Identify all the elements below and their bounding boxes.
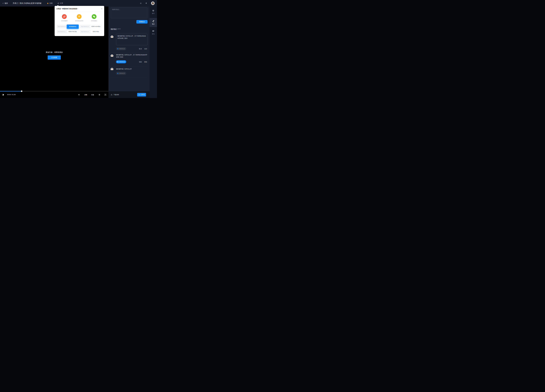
- timestamp: 00:04:15: [119, 48, 125, 49]
- note-input[interactable]: 我要写笔记...: [111, 7, 147, 18]
- back-button[interactable]: 返回: [2, 0, 8, 6]
- course-player-app: 播放失败，请重新播放 点击刷新 00:00 / 01:36 清晰 倍速: [0, 0, 157, 98]
- play-icon: [118, 61, 118, 62]
- weibo-label: 分享至微博: [58, 20, 71, 22]
- copy-js-url-button[interactable]: 复制JS地址: [90, 30, 101, 33]
- note-avatar: [111, 36, 113, 38]
- share-to-weibo[interactable]: 分享至微博: [58, 14, 71, 22]
- gear-icon: [98, 94, 100, 96]
- copy-video-url-button[interactable]: 复制视频地址: [67, 24, 79, 29]
- note-timestamp-chip[interactable]: 00:04:15: [116, 72, 126, 75]
- notifications-button[interactable]: [145, 0, 147, 6]
- finished-label: 已学完: [141, 94, 145, 96]
- flash-url-input[interactable]: http://laohei.yu: [80, 25, 90, 28]
- note-timestamp-chip[interactable]: 00:04:15: [116, 47, 126, 50]
- html-url-input[interactable]: http://laohei.yu: [57, 30, 67, 33]
- check-circle-icon: [138, 94, 140, 96]
- note-text: 随到随学高三化学怎么学: [116, 68, 148, 70]
- video-url-input[interactable]: http://laohei.yu: [57, 25, 67, 28]
- download-materials-button[interactable]: 下载资料: [111, 91, 119, 98]
- timestamp: 00:04:15: [119, 61, 125, 63]
- back-label: 返回: [5, 2, 8, 4]
- download-icon: [111, 94, 112, 96]
- note-avatar: [111, 68, 113, 71]
- play-icon: [3, 94, 4, 96]
- download-label: 下载资料: [113, 94, 119, 96]
- qzone-label: 分享至QQ空间: [73, 20, 86, 22]
- note-avatar: [111, 54, 113, 57]
- fullscreen-button[interactable]: [104, 94, 107, 96]
- tab-label: 笔记: [152, 23, 155, 25]
- sun-icon: [140, 2, 142, 4]
- my-notes-title: 我的笔记: [111, 28, 117, 30]
- timestamp: 00:04:15: [119, 73, 125, 74]
- submit-note-button[interactable]: 我要提交: [136, 20, 148, 24]
- fullscreen-icon: [104, 94, 106, 96]
- playback-error-text: 播放失败，请重新播放: [0, 51, 108, 54]
- chapters-icon: [152, 9, 155, 12]
- tab-comments[interactable]: 评论: [149, 28, 157, 37]
- delete-note-button[interactable]: 删除: [144, 61, 147, 63]
- back-chevron-icon: [2, 3, 4, 4]
- close-icon: [101, 8, 103, 10]
- share-to-qzone[interactable]: 分享至QQ空间: [73, 14, 86, 22]
- copy-html-url-button[interactable]: 复制HTML地址: [67, 30, 78, 33]
- flash-url-row: http://laohei.yu 复制FLASH地址: [80, 25, 102, 28]
- settings-button[interactable]: [98, 94, 101, 96]
- share-to-wechat[interactable]: 分享至微信: [87, 14, 101, 22]
- avatar-image: [151, 1, 155, 5]
- user-avatar[interactable]: [151, 1, 155, 5]
- tab-label: 评论: [152, 33, 155, 35]
- time-display: 00:00 / 01:36: [7, 94, 16, 95]
- js-url-input[interactable]: http://laohei.yu: [80, 30, 90, 33]
- play-icon: [118, 48, 118, 49]
- current-time: 00:00: [7, 94, 11, 95]
- notes-icon: [152, 20, 155, 22]
- share-modal: 分享是一种既简单又快乐的收获！ 分享至微博 分享至: [55, 6, 104, 36]
- tab-notes[interactable]: 笔记: [149, 18, 157, 27]
- divider: [111, 77, 147, 78]
- qzone-icon: [77, 14, 81, 19]
- progress-knob[interactable]: [21, 90, 22, 92]
- wechat-icon: [92, 14, 96, 19]
- video-url-row: http://laohei.yu 复制视频地址: [57, 25, 78, 28]
- speed-button[interactable]: 倍速: [91, 94, 95, 96]
- favorite-button[interactable]: 收藏: [47, 0, 53, 6]
- notes-panel: 我要写笔记... 最多可输入140字 我要提交 我的笔记 随到随学高三化学怎么学…: [108, 6, 149, 98]
- star-icon: [47, 2, 49, 4]
- note-edit-textarea[interactable]: 随到随学高三化学怎么学，艾丁老师告诉你如何学好高三英语: [116, 34, 148, 45]
- tab-chapters[interactable]: 章节: [149, 7, 157, 16]
- share-modal-title: 分享是一种既简单又快乐的收获！: [55, 6, 104, 12]
- save-button[interactable]: 保存: [144, 48, 147, 50]
- volume-button[interactable]: [78, 94, 80, 96]
- weibo-icon: [62, 14, 67, 19]
- tab-label: 章节: [152, 13, 155, 14]
- top-bar: 返回 升高三丨陌生方程氧化还原专项突破 收藏 分享: [0, 0, 157, 6]
- volume-icon: [78, 94, 80, 96]
- close-button[interactable]: [101, 8, 103, 10]
- copy-flash-url-button[interactable]: 复制FLASH地址: [90, 25, 101, 28]
- js-url-row: http://laohei.yu 复制JS地址: [80, 30, 102, 33]
- notes-footer: 下载资料 已学完: [108, 91, 149, 98]
- play-button[interactable]: [2, 94, 4, 96]
- comments-icon: [152, 30, 155, 32]
- share-label: 分享: [60, 2, 63, 4]
- favorite-label: 收藏: [50, 2, 53, 4]
- note-timestamp-chip[interactable]: 00:04:15: [116, 60, 126, 63]
- share-nodes-icon: [57, 2, 59, 4]
- html-url-row: http://laohei.yu 复制HTML地址: [57, 30, 78, 33]
- video-progress-bar[interactable]: [0, 91, 108, 91]
- finished-button[interactable]: 已学完: [137, 93, 146, 96]
- bell-icon: [145, 2, 147, 4]
- cancel-button[interactable]: 取消: [139, 48, 142, 50]
- note-text: 随到随学高三化学怎么学，艾丁老师告诉你如何学好高三英语: [116, 54, 148, 58]
- play-icon: [118, 73, 118, 74]
- progress-fill: [0, 91, 22, 91]
- duration: 01:36: [12, 94, 16, 95]
- side-tab-rail: 章节 笔记 评论: [149, 6, 157, 98]
- brightness-button[interactable]: [140, 0, 142, 6]
- quality-button[interactable]: 清晰: [84, 94, 88, 96]
- wechat-label: 分享至微信: [87, 20, 101, 22]
- edit-note-button[interactable]: 编辑: [139, 61, 142, 63]
- refresh-button[interactable]: 点击刷新: [48, 55, 61, 60]
